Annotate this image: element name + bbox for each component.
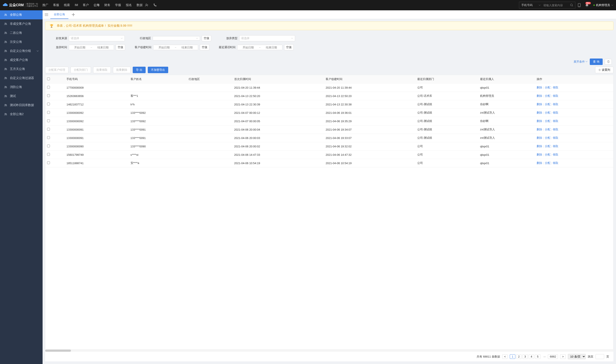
row-claim[interactable]: 领取 (553, 128, 558, 131)
table-row[interactable]: 177000000092021-04-20 11:39:442021-04-20… (45, 83, 613, 92)
row-assign[interactable]: 分配 (545, 144, 550, 148)
create-end-date[interactable] (176, 45, 198, 50)
filter-region-null[interactable]: 空值 (202, 35, 211, 41)
scrollbar-thumb[interactable] (45, 350, 71, 352)
table-row[interactable]: 13300000092133****00922021-04-07 00:00:1… (45, 109, 613, 117)
call-end-date[interactable] (261, 45, 282, 50)
row-checkbox[interactable] (47, 144, 50, 147)
table-row[interactable]: 13300000091133****00912021-04-06 20:00:0… (45, 125, 613, 134)
row-claim[interactable]: 领取 (553, 144, 558, 148)
sidebar-item-五月天公海[interactable]: 五月天公海 (0, 65, 43, 74)
row-claim[interactable]: 领取 (553, 136, 558, 139)
sidebar-item-非成交客户公海[interactable]: 非成交客户公海 (0, 19, 43, 28)
call-start-date[interactable] (237, 45, 259, 50)
nav-item-学服[interactable]: 学服 (115, 3, 121, 7)
sidebar-item-自定义公海分组[interactable]: 自定义公海分组 (0, 46, 43, 55)
row-checkbox[interactable] (47, 136, 50, 139)
nav-item-客服[interactable]: 客服 (53, 3, 59, 7)
expand-filters-link[interactable]: 展开条件 (574, 60, 588, 64)
page-2[interactable]: 2 (516, 354, 522, 359)
horizontal-scrollbar[interactable] (45, 350, 613, 352)
user-add-icon[interactable] (145, 3, 149, 7)
export-button[interactable]: 导 出 (133, 67, 146, 73)
assign-dept-button[interactable]: 分配到部门 (71, 67, 91, 73)
row-delete[interactable]: 删除 (537, 144, 542, 148)
phone-icon[interactable] (153, 3, 157, 7)
row-checkbox[interactable] (47, 94, 50, 97)
filter-source-select[interactable]: 请选择 (69, 35, 125, 41)
table-row[interactable]: 14621837712h*h2021-04-13 22:30:392021-04… (45, 100, 613, 109)
bell-icon[interactable]: 99+ (585, 3, 589, 7)
row-checkbox[interactable] (47, 153, 50, 156)
nav-item-公海[interactable]: 公海 (94, 3, 100, 7)
row-delete[interactable]: 删除 (537, 111, 542, 114)
row-delete[interactable]: 删除 (537, 136, 542, 139)
row-claim[interactable]: 领取 (553, 94, 558, 97)
row-claim[interactable]: 领取 (553, 161, 558, 165)
abandon-start-date[interactable] (69, 45, 90, 50)
sidebar-item-消防公海[interactable]: 消防公海 (0, 83, 43, 92)
row-delete[interactable]: 删除 (537, 161, 542, 165)
nav-item-IM[interactable]: IM (75, 3, 78, 7)
row-checkbox[interactable] (47, 161, 50, 164)
abandon-end-date[interactable] (92, 45, 114, 50)
filter-create-null[interactable]: 空值 (200, 44, 209, 50)
row-assign[interactable]: 分配 (545, 128, 550, 131)
row-checkbox[interactable] (47, 86, 50, 89)
mobile-icon[interactable] (578, 3, 581, 7)
sidebar-item-注安公海[interactable]: 注安公海 (0, 38, 43, 46)
row-assign[interactable]: 分配 (545, 111, 550, 114)
nav-item-数据[interactable]: 数据 (137, 3, 143, 7)
export-unencrypted-button[interactable]: 不加密导出 (148, 67, 168, 73)
search-icon[interactable] (570, 3, 573, 7)
jump-input[interactable] (596, 354, 604, 359)
nav-item-线索[interactable]: 线索 (64, 3, 70, 7)
filter-abandon-time-range[interactable]: ~ (69, 45, 114, 50)
nav-item-财务[interactable]: 财务 (104, 3, 110, 7)
batch-claim-button[interactable]: 批量领取 (93, 67, 111, 73)
filter-abandon-type-select[interactable]: 请选择 (239, 35, 295, 41)
logo[interactable]: 云朵CRM 教育机构一站 式服务云平台 (3, 3, 38, 8)
page-next[interactable]: > (560, 354, 566, 359)
page-4[interactable]: 4 (529, 354, 534, 359)
sidebar-item-全部公海[interactable]: 全部公海 (0, 10, 43, 19)
row-checkbox[interactable] (47, 128, 50, 130)
row-assign[interactable]: 分配 (545, 94, 550, 97)
page-prev[interactable]: < (502, 354, 508, 359)
page-1[interactable]: 1 (510, 354, 515, 359)
row-delete[interactable]: 删除 (537, 86, 542, 89)
search-input[interactable] (542, 3, 568, 8)
page-size-select[interactable]: 10 条/页 (568, 354, 586, 359)
row-claim[interactable]: 领取 (553, 153, 558, 156)
sidebar-item-测试昨日回库数据[interactable]: 测试昨日回库数据 (0, 101, 43, 110)
filter-region-select[interactable] (153, 36, 200, 40)
page-5[interactable]: 5 (535, 354, 540, 359)
assign-manager-button[interactable]: 分配客户经理 (45, 67, 68, 73)
row-delete[interactable]: 删除 (537, 119, 542, 123)
tab-add[interactable] (68, 13, 78, 16)
table-row[interactable]: 13300000090133****00902021-04-06 20:00:0… (45, 142, 613, 151)
tab-all-public[interactable]: 全部公海 (50, 10, 68, 19)
filter-call-time-range[interactable]: ~ (237, 45, 282, 50)
row-claim[interactable]: 领取 (553, 86, 558, 89)
row-checkbox[interactable] (47, 119, 50, 122)
query-button[interactable]: 查 询 (590, 59, 603, 65)
row-checkbox[interactable] (47, 111, 50, 114)
row-assign[interactable]: 分配 (545, 119, 550, 123)
set-columns-button[interactable]: 设置列 (595, 67, 613, 73)
nav-item-报名[interactable]: 报名 (126, 3, 132, 7)
row-checkbox[interactable] (47, 103, 50, 105)
search-type-select[interactable]: 手机号码 (520, 2, 537, 8)
filter-abandon-null[interactable]: 空值 (116, 44, 125, 50)
list-toggle-icon[interactable] (45, 13, 48, 16)
sidebar-item-成交客户公海[interactable]: 成交客户公海 (0, 55, 43, 65)
table-row[interactable]: 18511888741安****a2021-04-06 10:54:192021… (45, 159, 613, 167)
sidebar-item-测试[interactable]: 测试 (0, 92, 43, 101)
filter-create-time-range[interactable]: ~ (153, 45, 198, 50)
user-menu[interactable]: 机构管理员 (593, 3, 613, 7)
row-assign[interactable]: 分配 (545, 161, 550, 165)
table-row[interactable]: 13300000091133****00912021-04-06 20:00:0… (45, 134, 613, 142)
table-row[interactable]: 15601799749s****st2021-04-06 14:47:33202… (45, 151, 613, 159)
batch-delete-button[interactable]: 批量删除 (113, 67, 130, 73)
refresh-button[interactable] (605, 59, 612, 65)
